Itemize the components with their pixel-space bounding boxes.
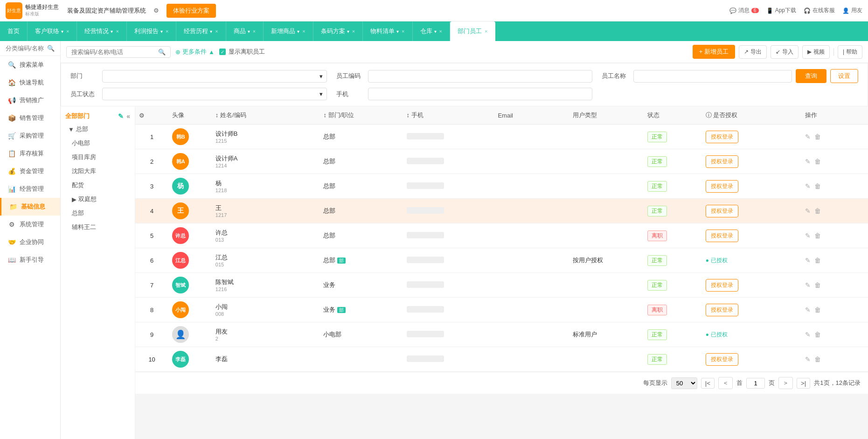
edit-icon[interactable]: ✎ bbox=[805, 355, 811, 363]
edit-dept-icon[interactable]: ✎ bbox=[118, 112, 124, 120]
next-page-btn[interactable]: ＞ bbox=[778, 377, 793, 389]
dept-item-shenyang[interactable]: 沈阳大库 bbox=[61, 164, 135, 178]
delete-icon[interactable]: 🗑 bbox=[814, 306, 821, 314]
dept-item-shuangting[interactable]: ▶ 双庭想 bbox=[61, 192, 135, 206]
tab-barcode[interactable]: 条码方案 ▾× bbox=[313, 21, 363, 41]
col-header-name[interactable]: ↕ 姓名/编码 bbox=[212, 106, 320, 125]
tab-goods[interactable]: 商品 ▾× bbox=[226, 21, 264, 41]
delete-icon[interactable]: 🗑 bbox=[814, 232, 821, 239]
help-button[interactable]: | 帮助 bbox=[838, 45, 862, 59]
tab-warehouse[interactable]: 仓库 ▾× bbox=[413, 21, 450, 41]
sidebar-search-input[interactable] bbox=[6, 45, 47, 52]
auth-btn[interactable]: 授权登录 bbox=[706, 230, 738, 242]
row-avatar: 王 bbox=[168, 199, 212, 223]
sidebar-item-capital[interactable]: 💰 资金管理 bbox=[0, 162, 60, 180]
online-service-item[interactable]: 🎧 在线客服 bbox=[804, 7, 835, 14]
tab-history[interactable]: 经营历程 ▾× bbox=[176, 21, 226, 41]
dept-item-zongbu2[interactable]: 总部 bbox=[61, 206, 135, 220]
sidebar-item-basic-info[interactable]: 📁 基础信息 bbox=[0, 198, 60, 216]
col-header-phone[interactable]: ↕ 手机 bbox=[403, 106, 494, 125]
auth-btn[interactable]: 授权登录 bbox=[706, 304, 738, 316]
auth-btn[interactable]: 授权登录 bbox=[706, 205, 738, 217]
per-page-select[interactable]: 50 20 100 bbox=[671, 377, 697, 389]
col-header-dept[interactable]: ↕ 部门/职位 bbox=[319, 106, 403, 125]
auth-btn[interactable]: 授权登录 bbox=[706, 180, 738, 193]
sidebar-item-purchase[interactable]: 🛒 采购管理 bbox=[0, 127, 60, 145]
sidebar-item-inventory[interactable]: 📋 库存核算 bbox=[0, 145, 60, 162]
tab-customer[interactable]: 客户联络 ▾× bbox=[28, 21, 77, 41]
auth-btn[interactable]: 授权登录 bbox=[706, 353, 738, 366]
tab-home[interactable]: 首页 bbox=[0, 21, 28, 41]
sidebar-item-system[interactable]: ⚙ 系统管理 bbox=[0, 216, 60, 233]
auth-btn[interactable]: 授权登录 bbox=[706, 131, 738, 143]
row-avatar: 👤 bbox=[168, 322, 212, 347]
page-input[interactable] bbox=[746, 378, 765, 389]
trial-button[interactable]: 体验行业方案 bbox=[167, 4, 216, 18]
phone-filter-input[interactable] bbox=[368, 88, 593, 100]
edit-icon[interactable]: ✎ bbox=[805, 232, 811, 239]
dept-item-xiangmu[interactable]: 项目库房 bbox=[61, 150, 135, 164]
edit-icon[interactable]: ✎ bbox=[805, 281, 811, 289]
query-button[interactable]: 查询 bbox=[796, 69, 826, 83]
sidebar-item-operations[interactable]: 📊 经营管理 bbox=[0, 180, 60, 198]
export-button[interactable]: ↗ 导出 bbox=[739, 45, 767, 59]
import-button[interactable]: ↙ 导入 bbox=[771, 45, 799, 59]
edit-icon[interactable]: ✎ bbox=[805, 306, 811, 314]
prev-page-btn[interactable]: ＜ bbox=[718, 377, 733, 389]
last-page-btn[interactable]: >| bbox=[797, 378, 810, 389]
sidebar-item-marketing[interactable]: 📢 营销推广 bbox=[0, 91, 60, 109]
delete-icon[interactable]: 🗑 bbox=[814, 182, 821, 190]
dept-filter-select[interactable]: ▾ bbox=[102, 70, 327, 83]
set-button[interactable]: 设置 bbox=[830, 69, 858, 83]
edit-icon[interactable]: ✎ bbox=[805, 207, 811, 215]
message-item[interactable]: 💬 消息 6 bbox=[729, 7, 759, 14]
edit-icon[interactable]: ✎ bbox=[805, 133, 811, 140]
delete-icon[interactable]: 🗑 bbox=[814, 355, 821, 363]
show-resigned-checkbox[interactable]: ✓ bbox=[219, 49, 226, 55]
search-input[interactable] bbox=[71, 49, 155, 56]
tab-employees[interactable]: 部门员工 × bbox=[450, 21, 495, 41]
sidebar-item-quick-nav[interactable]: 🏠 快速导航 bbox=[0, 74, 60, 91]
delete-icon[interactable]: 🗑 bbox=[814, 158, 821, 165]
delete-icon[interactable]: 🗑 bbox=[814, 257, 821, 264]
auth-btn[interactable]: 授权登录 bbox=[706, 155, 738, 168]
auth-btn[interactable]: 授权登录 bbox=[706, 279, 738, 292]
app-download-item[interactable]: 📱 App下载 bbox=[766, 7, 796, 14]
tab-add-goods[interactable]: 新增商品 ▾× bbox=[264, 21, 313, 41]
tab-profit[interactable]: 利润报告 ▾× bbox=[127, 21, 176, 41]
dept-item-xiaodian[interactable]: 小电部 bbox=[61, 136, 135, 150]
delete-icon[interactable]: 🗑 bbox=[814, 281, 821, 289]
sidebar-item-sales[interactable]: 📦 销售管理 bbox=[0, 109, 60, 127]
edit-icon[interactable]: ✎ bbox=[805, 257, 811, 264]
dept-item-peihuo[interactable]: 配货 bbox=[61, 178, 135, 192]
edit-icon[interactable]: ✎ bbox=[805, 158, 811, 165]
delete-icon[interactable]: 🗑 bbox=[814, 133, 821, 140]
empcode-filter-input[interactable] bbox=[368, 70, 593, 83]
delete-icon[interactable]: 🗑 bbox=[814, 207, 821, 215]
tab-operations[interactable]: 经营情况 ▾× bbox=[77, 21, 126, 41]
sidebar-item-enterprise[interactable]: 🤝 企业协同 bbox=[0, 233, 60, 251]
collapse-dept-icon[interactable]: « bbox=[126, 112, 130, 120]
show-resigned-wrap[interactable]: ✓ 显示离职员工 bbox=[219, 48, 265, 56]
row-dept: 小电部 bbox=[319, 322, 403, 347]
view-button[interactable]: ▶ 视频 bbox=[802, 45, 830, 59]
row-phone bbox=[403, 125, 494, 149]
sidebar-item-guide[interactable]: 📖 新手引导 bbox=[0, 251, 60, 269]
empname-filter-input[interactable] bbox=[633, 70, 792, 83]
edit-icon[interactable]: ✎ bbox=[805, 331, 811, 338]
sidebar-item-basic-info-label: 基础信息 bbox=[21, 202, 45, 211]
edit-icon[interactable]: ✎ bbox=[805, 182, 811, 190]
status-filter-select[interactable]: ▾ bbox=[102, 88, 327, 100]
delete-icon[interactable]: 🗑 bbox=[814, 331, 821, 338]
more-filters-btn[interactable]: ⊕ 更多条件 ▲ bbox=[175, 48, 215, 56]
tab-bom[interactable]: 物料清单 ▾× bbox=[363, 21, 412, 41]
gear-icon[interactable]: ⚙ bbox=[150, 4, 163, 17]
add-employee-button[interactable]: + 新增员工 bbox=[693, 45, 735, 59]
user-item[interactable]: 👤 用友 bbox=[842, 7, 862, 14]
sidebar-item-search[interactable]: 🔍 搜索菜单 bbox=[0, 56, 60, 74]
dept-item-zongbu[interactable]: ▼ 总部 bbox=[61, 122, 135, 136]
col-header-settings[interactable]: ⚙ bbox=[135, 106, 168, 125]
dept-item-fuliaoer[interactable]: 辅料王二 bbox=[61, 220, 135, 234]
first-page-btn[interactable]: |< bbox=[701, 378, 715, 389]
top-actions: + 新增员工 ↗ 导出 ↙ 导入 ▶ 视频 | 帮助 bbox=[693, 45, 862, 59]
